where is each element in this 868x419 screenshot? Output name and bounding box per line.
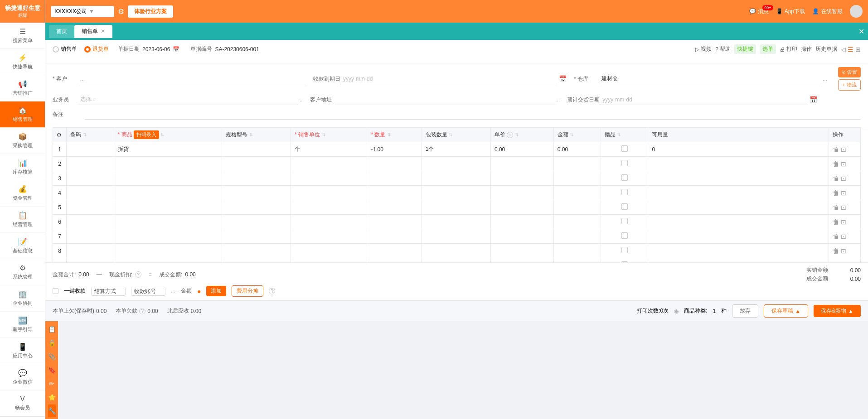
- customer-input[interactable]: ...: [78, 73, 306, 84]
- unit-sort-icon[interactable]: ⇅: [322, 132, 325, 137]
- sidebar-item-marketing[interactable]: 📢营销推广: [0, 75, 45, 101]
- right-panel-icon-6[interactable]: 🔧: [48, 405, 56, 417]
- sidebar-item-member[interactable]: V畅会员: [0, 390, 45, 416]
- sidebar-item-basic[interactable]: 📝基础信息: [0, 233, 45, 259]
- row-copy-icon-8[interactable]: ⊡: [841, 247, 846, 255]
- company-selector[interactable]: XXXXXX公司 ▼: [51, 6, 114, 17]
- row-delete-icon-7[interactable]: 🗑: [833, 233, 839, 240]
- row-pack-qty-2[interactable]: [422, 157, 490, 171]
- row-amount-6[interactable]: [553, 215, 601, 229]
- order-due-info-icon[interactable]: ?: [139, 308, 145, 314]
- row-product-4[interactable]: [114, 186, 222, 200]
- address-dots[interactable]: ...: [555, 96, 560, 103]
- trial-button[interactable]: 体验行业方案: [128, 5, 173, 18]
- payment-due-calendar-icon[interactable]: 📅: [559, 75, 567, 82]
- delivery-calendar-icon[interactable]: 📅: [810, 96, 817, 103]
- sidebar-item-search[interactable]: ☰搜索菜单: [0, 23, 45, 49]
- row-unit-price-4[interactable]: [490, 186, 553, 200]
- row-pack-qty-8[interactable]: [422, 244, 490, 258]
- row-product-7[interactable]: [114, 229, 222, 244]
- action-history[interactable]: 历史单据: [815, 45, 837, 53]
- row-qty-3[interactable]: [367, 171, 422, 186]
- radio-sales[interactable]: 销售单: [53, 45, 77, 53]
- row-unit-price-2[interactable]: [490, 157, 553, 171]
- action-print[interactable]: 🖨 打印: [780, 45, 797, 53]
- row-amount-2[interactable]: [553, 157, 601, 171]
- row-gift-6[interactable]: [601, 215, 648, 229]
- row-spec-4[interactable]: [222, 186, 291, 200]
- row-product-6[interactable]: [114, 215, 222, 229]
- amount-sort-icon[interactable]: ⇅: [570, 132, 573, 137]
- row-product-5[interactable]: [114, 200, 222, 215]
- pack-sort-icon[interactable]: ⇅: [449, 132, 452, 137]
- row-unit-price-3[interactable]: [490, 171, 553, 186]
- row-amount-3[interactable]: [553, 171, 601, 186]
- sidebar-item-guide[interactable]: 🆕新手引导: [0, 312, 45, 338]
- row-qty-9[interactable]: [367, 258, 422, 263]
- th-gear[interactable]: ⚙: [53, 128, 67, 142]
- account-dots[interactable]: ...: [171, 288, 175, 294]
- settlement-select[interactable]: 结算方式: [91, 287, 126, 296]
- account-select[interactable]: 收款账号: [131, 287, 165, 296]
- row-unit-price-7[interactable]: [490, 229, 553, 244]
- payment-due-input[interactable]: yyyy-mm-dd: [340, 73, 557, 84]
- message-button[interactable]: 💬 消息 99+: [749, 8, 769, 15]
- row-barcode-3[interactable]: [67, 171, 114, 186]
- right-panel-icon-2[interactable]: 📎: [48, 350, 56, 363]
- radio-return[interactable]: 退货单: [84, 45, 109, 53]
- tab-home[interactable]: 首页: [49, 25, 74, 38]
- row-spec-2[interactable]: [222, 157, 291, 171]
- app-download-button[interactable]: 📱 App下载: [776, 8, 805, 15]
- list-view-icon[interactable]: ☰: [848, 46, 853, 53]
- row-unit-9[interactable]: [291, 258, 367, 263]
- customer-address-input[interactable]: [335, 94, 556, 105]
- row-pack-qty-3[interactable]: [422, 171, 490, 186]
- row-copy-icon-2[interactable]: ⊡: [841, 160, 846, 168]
- sidebar-item-shortcut[interactable]: ⚡快捷导航: [0, 49, 45, 75]
- row-delete-icon-4[interactable]: 🗑: [833, 189, 839, 197]
- right-panel-icon-0[interactable]: 📋: [48, 323, 56, 336]
- row-qty-7[interactable]: [367, 229, 422, 244]
- row-delete-icon-6[interactable]: 🗑: [833, 218, 839, 226]
- settings-button[interactable]: ⊙ 设置: [838, 67, 861, 77]
- row-delete-icon-2[interactable]: 🗑: [833, 160, 839, 168]
- row-copy-icon-5[interactable]: ⊡: [841, 204, 846, 211]
- customer-dots[interactable]: ...: [80, 76, 85, 82]
- sidebar-item-inventory[interactable]: 📊库存核算: [0, 154, 45, 180]
- abandon-button[interactable]: 放弃: [732, 304, 758, 318]
- qty-sort-icon[interactable]: ⇅: [387, 132, 391, 137]
- remarks-input[interactable]: [85, 109, 861, 120]
- price-sort-icon[interactable]: ⇅: [515, 132, 519, 137]
- row-barcode-4[interactable]: [67, 186, 114, 200]
- row-copy-icon-7[interactable]: ⊡: [841, 233, 846, 240]
- row-gift-4[interactable]: [601, 186, 648, 200]
- one-click-checkbox[interactable]: [53, 288, 58, 294]
- sidebar-item-apps[interactable]: 📱应用中心: [0, 338, 45, 364]
- row-copy-icon-4[interactable]: ⊡: [841, 189, 846, 197]
- sidebar-item-sales[interactable]: 🏠销售管理: [0, 101, 45, 128]
- row-amount-4[interactable]: [553, 186, 601, 200]
- discount-info-icon[interactable]: ?: [135, 271, 141, 278]
- row-spec-6[interactable]: [222, 215, 291, 229]
- row-spec-7[interactable]: [222, 229, 291, 244]
- row-spec-8[interactable]: [222, 244, 291, 258]
- row-pack-qty-4[interactable]: [422, 186, 490, 200]
- grid-view-icon[interactable]: ⊞: [855, 46, 861, 53]
- row-unit-price-6[interactable]: [490, 215, 553, 229]
- row-delete-icon-5[interactable]: 🗑: [833, 204, 839, 211]
- tab-close-icon[interactable]: ✕: [101, 28, 105, 34]
- row-delete-icon-8[interactable]: 🗑: [833, 247, 839, 255]
- product-sort-icon[interactable]: ⇅: [160, 132, 164, 137]
- row-pack-qty-6[interactable]: [422, 215, 490, 229]
- row-barcode-6[interactable]: [67, 215, 114, 229]
- right-panel-icon-3[interactable]: 🔖: [48, 364, 56, 376]
- row-pack-qty-7[interactable]: [422, 229, 490, 244]
- sidebar-item-operation[interactable]: 📋经营管理: [0, 207, 45, 233]
- row-copy-icon-1[interactable]: ⊡: [841, 146, 846, 153]
- row-pack-qty-1[interactable]: 1个: [422, 142, 490, 157]
- row-unit-8[interactable]: [291, 244, 367, 258]
- save-button[interactable]: 保存&新增 ▲: [814, 305, 861, 317]
- user-avatar[interactable]: [850, 5, 863, 18]
- action-operate[interactable]: 操作: [801, 45, 812, 53]
- row-barcode-1[interactable]: [67, 142, 114, 157]
